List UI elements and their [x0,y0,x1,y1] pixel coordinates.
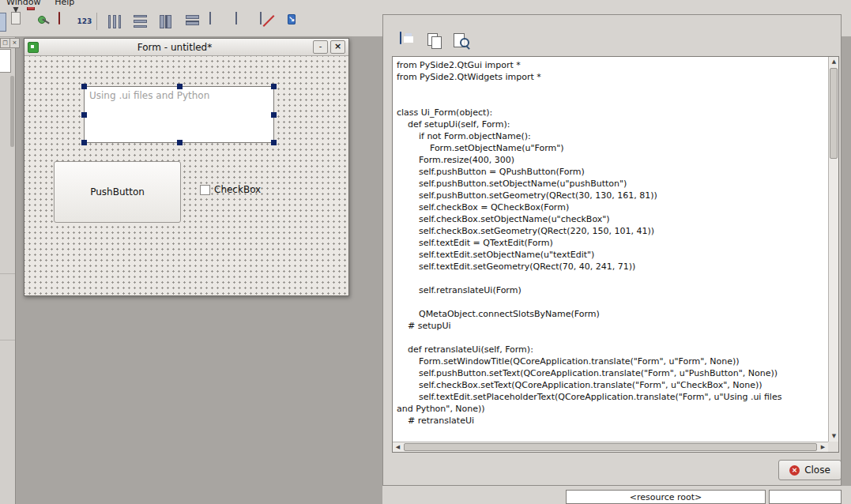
resource-tree-fragment[interactable]: <resource root> [566,490,766,504]
form-window-title: Form - untitled* [39,42,311,53]
resource-panel-fragment [769,490,842,504]
vertical-scrollbar[interactable]: ▲ ▼ [828,57,838,442]
clipped-toolbar-icon[interactable] [0,13,6,32]
grid-shape [209,12,211,24]
pushbutton-widget[interactable]: PushButton [54,161,181,223]
menu-window[interactable]: Window [6,0,40,7]
code-view: from PySide2.QtGui import * from PySide2… [392,56,839,453]
pushbutton-label: PushButton [90,186,145,197]
form-minimize-button[interactable]: - [313,40,328,54]
edit-tab-order-icon[interactable]: 123 [76,13,93,30]
splitter-line-shape [186,21,199,22]
magnifier-handle-shape [465,45,470,50]
dock-filter-input-fragment[interactable] [0,49,11,73]
grid-shape [260,12,262,24]
qt-designer-screen: Window Help 123 ↘ □ × [0,0,851,504]
break-slash-shape [263,15,275,27]
save-icon[interactable] [400,32,417,50]
adjust-arrow-shape: ↘ [288,14,296,24]
edit-buddies-icon[interactable] [58,13,76,30]
cursor-arrow-shape [12,5,20,24]
dock-separator [0,273,15,274]
find-icon[interactable] [453,32,470,50]
scroll-left-icon[interactable]: ◀ [393,442,403,453]
layout-vertically-splitter-icon[interactable] [183,13,201,30]
scroll-right-icon[interactable]: ▶ [818,442,828,453]
dock-scrollbar-thumb[interactable] [10,76,14,147]
close-circle-icon: × [789,465,800,476]
checkbox-indicator[interactable] [200,185,210,195]
selection-handle[interactable] [81,84,87,89]
textedit-placeholder: Using .ui files and Python [85,87,273,104]
scroll-down-icon[interactable]: ▼ [829,431,839,442]
vertical-scrollbar-thumb[interactable] [830,68,838,159]
widget-frame-shape [11,12,21,24]
form-canvas[interactable]: Using .ui files and Python PushButton Ch… [24,56,348,295]
selection-handle[interactable] [271,84,277,89]
dock-separator [0,340,15,340]
selection-handle[interactable] [81,112,87,118]
menubar: Window Help [0,0,851,7]
scroll-up-icon[interactable]: ▲ [829,57,839,67]
form-grid-shape [235,12,237,24]
checkbox-widget[interactable]: CheckBox [200,182,261,197]
layout-horizontally-icon[interactable] [106,13,123,30]
layout-horizontally-splitter-icon[interactable] [157,13,175,30]
toolbar-separator [96,13,97,30]
selection-handle[interactable] [81,140,87,145]
horizontal-scrollbar-thumb[interactable] [404,443,817,451]
layout-vertically-icon[interactable] [131,13,149,30]
break-layout-icon[interactable] [260,13,277,30]
close-button[interactable]: × Close [778,460,842,480]
form-close-button[interactable]: × [330,40,345,54]
menu-help[interactable]: Help [55,0,74,7]
selection-handle[interactable] [177,140,183,145]
code-text[interactable]: from PySide2.QtGui import * from PySide2… [393,57,828,442]
checkbox-label: CheckBox [214,184,261,195]
copy-icon[interactable] [426,32,443,50]
selection-handle[interactable] [271,140,277,145]
floppy-shape [400,32,401,44]
designer-form-icon [28,42,39,53]
close-button-label: Close [804,465,830,476]
horizontal-scrollbar[interactable]: ◀ ▶ [393,442,828,452]
page-shape [431,36,442,49]
form-editor-window: Form - untitled* - × Using .ui files and… [24,38,349,296]
textedit-widget[interactable]: Using .ui files and Python [84,86,274,143]
resource-root-label: <resource root> [630,492,702,502]
adjust-size-icon[interactable]: ↘ [287,13,304,30]
edit-widgets-icon[interactable] [10,13,28,30]
layout-form-icon[interactable] [235,13,253,30]
selection-handle[interactable] [177,84,183,89]
form-window-titlebar[interactable]: Form - untitled* - × [24,39,348,56]
dock-close-button[interactable]: × [9,38,20,48]
splitter-line-shape [165,15,167,28]
layout-grid-icon[interactable] [209,13,227,30]
code-preview-dialog: from PySide2.QtGui import * from PySide2… [382,14,842,486]
selection-handle[interactable] [271,112,277,118]
scrollbar-corner [828,442,838,452]
buddy-shape [58,12,60,24]
